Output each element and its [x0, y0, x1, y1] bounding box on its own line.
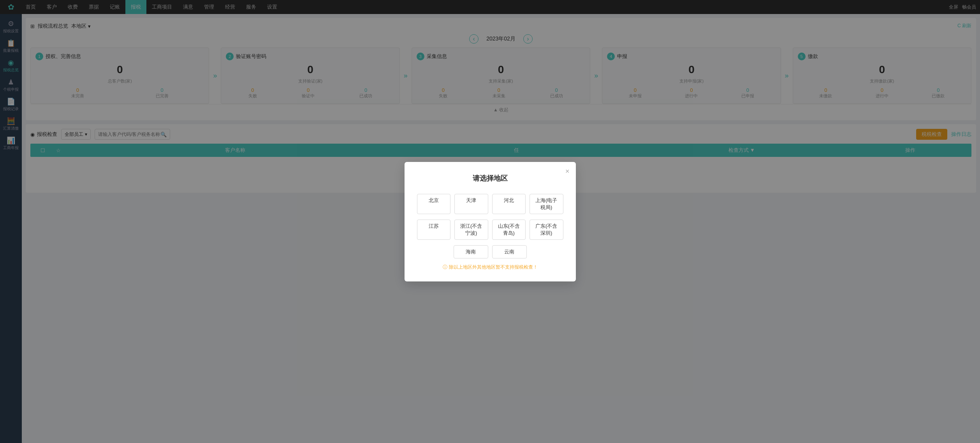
- region-btn-shandong[interactable]: 山东(不含青岛): [492, 220, 526, 240]
- region-select-modal: × 请选择地区 北京 天津 河北 上海(电子税局) 江苏 浙江(不含宁波) 山东…: [405, 162, 576, 281]
- modal-overlay[interactable]: × 请选择地区 北京 天津 河北 上海(电子税局) 江苏 浙江(不含宁波) 山东…: [0, 0, 980, 443]
- region-btn-yunnan[interactable]: 云南: [492, 245, 527, 258]
- modal-title: 请选择地区: [417, 174, 563, 183]
- region-btn-beijing[interactable]: 北京: [417, 194, 451, 214]
- region-row3: 海南 云南: [454, 245, 527, 258]
- region-btn-guangdong[interactable]: 广东(不含深圳): [530, 220, 563, 240]
- region-btn-zhejiang[interactable]: 浙江(不含宁波): [454, 220, 488, 240]
- modal-warning: ⓘ 除以上地区外其他地区暂不支持报税检查！: [417, 264, 563, 271]
- region-btn-jiangsu[interactable]: 江苏: [417, 220, 451, 240]
- region-btn-shanghai[interactable]: 上海(电子税局): [530, 194, 563, 214]
- region-row1: 北京 天津 河北 上海(电子税局): [417, 194, 563, 214]
- region-btn-hainan[interactable]: 海南: [454, 245, 488, 258]
- modal-close-btn[interactable]: ×: [565, 167, 570, 176]
- region-btn-hebei[interactable]: 河北: [492, 194, 526, 214]
- warning-text: 除以上地区外其他地区暂不支持报税检查！: [449, 264, 538, 271]
- region-row2: 江苏 浙江(不含宁波) 山东(不含青岛) 广东(不含深圳): [417, 220, 563, 240]
- region-btn-tianjin[interactable]: 天津: [454, 194, 488, 214]
- warning-icon: ⓘ: [443, 264, 447, 271]
